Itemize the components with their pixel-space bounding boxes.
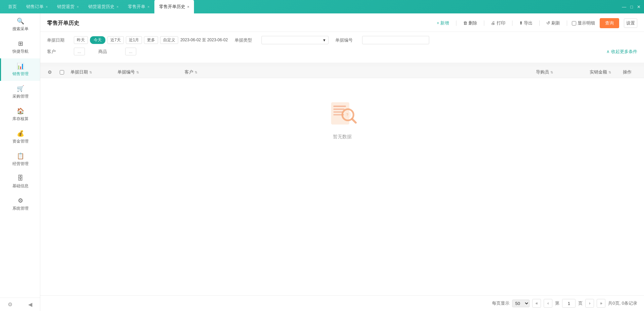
page-suffix-label: 页 <box>578 300 583 306</box>
toolbar-separator-1 <box>456 20 456 26</box>
sidebar-icon-system-mgmt: ⚙ <box>18 197 23 204</box>
th-customer[interactable]: 客户 ⇅ <box>182 69 533 75</box>
refresh-button[interactable]: ↺ 刷新 <box>544 19 562 28</box>
empty-illustration: ? <box>326 98 359 128</box>
sidebar-item-inventory[interactable]: 🏠 库存核算 <box>0 103 40 126</box>
sort-salesperson-icon[interactable]: ⇅ <box>550 70 553 74</box>
maximize-button[interactable]: □ <box>630 4 633 9</box>
tab-bar: 首页销售订单×销货退货×销货退货历史×零售开单×零售开单历史× <box>3 0 622 13</box>
page-number-input[interactable] <box>562 299 576 308</box>
th-amount[interactable]: 实销金额 ⇅ <box>574 69 614 75</box>
collapse-button[interactable]: ∧ 收起更多条件 <box>606 49 637 55</box>
toolbar-separator-4 <box>539 20 540 26</box>
svg-text:?: ? <box>346 113 348 117</box>
sidebar-label-basic-info: 基础信息 <box>12 183 29 189</box>
sidebar-label-search-purchase: 搜索采单 <box>12 26 29 32</box>
th-salesperson-label: 导购员 <box>536 69 549 75</box>
table-container: ⚙ 单据日期 ⇅ 单据编号 ⇅ 客户 ⇅ 导购员 <box>40 66 644 295</box>
tab-sales-order[interactable]: 销售订单× <box>21 0 52 13</box>
sort-amount-icon[interactable]: ⇅ <box>608 70 611 74</box>
date-custom-btn[interactable]: 自定义 <box>160 36 178 44</box>
sidebar-icon-operation-mgmt: 📋 <box>17 152 24 160</box>
show-detail-toggle[interactable]: 显示明细 <box>572 20 595 26</box>
sort-orderno-icon[interactable]: ⇅ <box>136 70 139 74</box>
sidebar-icon-quick-nav: ⊞ <box>18 40 23 47</box>
sort-date-icon[interactable]: ⇅ <box>89 70 92 74</box>
sidebar-label-quick-nav: 快捷导航 <box>12 49 29 54</box>
sidebar-item-sales-mgmt[interactable]: 📊 销售管理 <box>0 58 40 81</box>
column-settings-icon[interactable]: ⚙ <box>48 69 52 75</box>
minimize-button[interactable]: — <box>622 4 626 9</box>
print-button[interactable]: 🖨 打印 <box>489 19 507 28</box>
main-layout: 🔍 搜索采单 ⊞ 快捷导航 📊 销售管理 🛒 采购管理 🏠 库存核算 💰 资金管… <box>0 13 644 311</box>
tab-home[interactable]: 首页 <box>3 0 21 13</box>
date-filter-label: 单据日期 <box>47 37 67 43</box>
tab-close-sales-return[interactable]: × <box>77 5 79 9</box>
tab-retail-open-history[interactable]: 零售开单历史× <box>154 0 194 13</box>
th-date[interactable]: 单据日期 ⇅ <box>68 69 115 75</box>
th-salesperson[interactable]: 导购员 ⇅ <box>533 69 574 75</box>
empty-state: ? 暂无数据 <box>40 78 644 160</box>
page-total-label: 共0页, 0条记录 <box>608 300 637 306</box>
th-operation: 操作 <box>614 69 641 75</box>
toolbar-separator-5 <box>567 20 567 26</box>
sidebar-item-system-mgmt[interactable]: ⚙ 系统管理 <box>0 193 40 215</box>
sidebar-item-operation-mgmt[interactable]: 📋 经营管理 <box>0 148 40 171</box>
last-page-button[interactable]: » <box>597 299 605 308</box>
toolbar-separator-3 <box>512 20 512 26</box>
tab-close-retail-open[interactable]: × <box>147 5 149 9</box>
show-detail-label-text: 显示明细 <box>578 20 595 26</box>
sidebar-label-system-mgmt: 系统管理 <box>12 206 29 211</box>
window-close-button[interactable]: ✕ <box>637 4 641 9</box>
date-last7-btn[interactable]: 近7天 <box>107 36 124 44</box>
date-yesterday-btn[interactable]: 昨天 <box>74 36 88 44</box>
tab-close-retail-open-history[interactable]: × <box>187 5 189 9</box>
tab-sales-return-history[interactable]: 销货退货历史× <box>84 0 123 13</box>
per-page-select[interactable]: 50 10 20 100 <box>512 300 530 307</box>
next-page-button[interactable]: › <box>585 299 594 308</box>
date-today-btn[interactable]: 今天 <box>90 36 105 44</box>
page-header: 零售开单历史 + 新增 🗑 删除 🖨 打印 ⬆ 导出 ↺ 刷新 显示明细 查询 … <box>40 13 644 32</box>
date-last1month-btn[interactable]: 近1月 <box>126 36 142 44</box>
th-order-no[interactable]: 单据编号 ⇅ <box>115 69 182 75</box>
query-button[interactable]: 查询 <box>600 18 619 28</box>
product-input-btn[interactable]: ... <box>125 48 136 55</box>
filter-row-1: 单据日期 昨天 今天 近7天 近1月 更多 自定义 2023-06-02 至 2… <box>47 36 637 44</box>
date-range-display: 2023-06-02 至 2023-06-02 <box>180 37 228 43</box>
tab-retail-open[interactable]: 零售开单× <box>123 0 154 13</box>
settings-button[interactable]: 设置 <box>624 18 637 28</box>
svg-rect-2 <box>333 109 344 110</box>
customer-label: 客户 <box>47 49 67 55</box>
customer-input-btn[interactable]: ... <box>74 48 85 55</box>
date-more-btn[interactable]: 更多 <box>144 36 158 44</box>
tab-label-home: 首页 <box>8 4 17 10</box>
show-detail-checkbox[interactable] <box>572 21 576 25</box>
order-no-input[interactable] <box>362 36 429 44</box>
sidebar-item-basic-info[interactable]: 🗄 基础信息 <box>0 171 40 193</box>
export-button[interactable]: ⬆ 导出 <box>517 19 535 28</box>
sidebar-item-search-purchase[interactable]: 🔍 搜索采单 <box>0 13 40 36</box>
tab-sales-return[interactable]: 销货退货× <box>52 0 83 13</box>
sidebar-item-finance-mgmt[interactable]: 💰 资金管理 <box>0 126 40 148</box>
tab-label-retail-open-history: 零售开单历史 <box>159 4 185 10</box>
sidebar-settings-icon[interactable]: ⚙ <box>8 301 12 308</box>
order-no-label: 单据编号 <box>335 37 355 43</box>
tab-label-sales-return: 销货退货 <box>57 4 75 10</box>
order-type-select[interactable]: ▾ <box>261 36 329 44</box>
top-bar: 首页销售订单×销货退货×销货退货历史×零售开单×零售开单历史× — □ ✕ <box>0 0 644 13</box>
tab-close-sales-return-history[interactable]: × <box>116 5 118 9</box>
select-all-checkbox[interactable] <box>60 70 64 74</box>
sidebar-item-quick-nav[interactable]: ⊞ 快捷导航 <box>0 36 40 58</box>
sidebar-item-purchase-mgmt[interactable]: 🛒 采购管理 <box>0 81 40 103</box>
first-page-button[interactable]: « <box>532 299 541 308</box>
add-button[interactable]: + 新增 <box>435 19 451 28</box>
th-customer-label: 客户 <box>185 69 193 75</box>
sort-customer-icon[interactable]: ⇅ <box>195 70 197 74</box>
prev-page-button[interactable]: ‹ <box>544 299 552 308</box>
sidebar-collapse-icon[interactable]: ◀ <box>28 301 32 308</box>
sidebar-icon-sales-mgmt: 📊 <box>17 62 24 70</box>
tab-close-sales-order[interactable]: × <box>46 5 48 9</box>
filter-row-2: 客户 ... 商品 ... ∧ 收起更多条件 <box>47 48 637 55</box>
collapse-icon: ∧ <box>606 49 610 54</box>
delete-button[interactable]: 🗑 删除 <box>461 19 480 28</box>
